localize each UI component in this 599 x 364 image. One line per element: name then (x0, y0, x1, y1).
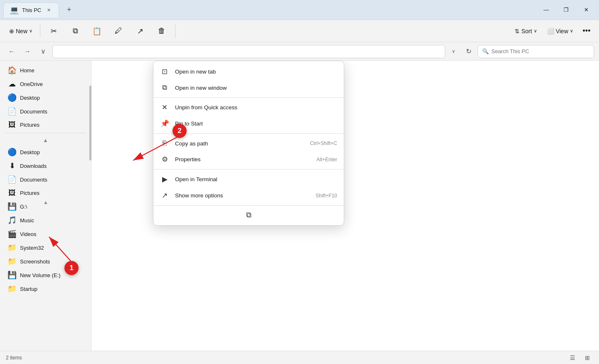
sidebar-label-music: Music (20, 217, 34, 224)
refresh-button[interactable]: ↻ (462, 45, 475, 58)
content-area: ⊡ Open in new tab ⧉ Open in new window ✕… (91, 61, 599, 351)
sidebar-label-documents-top: Documents (20, 108, 47, 115)
sidebar-icon-new-volume: 💾 (7, 271, 17, 280)
new-label: New (16, 28, 27, 34)
sidebar-item-pictures[interactable]: 🖼 Pictures (2, 187, 89, 199)
sidebar-item-home[interactable]: 🏠 Home (2, 64, 89, 77)
ctx-bottom-area: ⧉ (153, 207, 344, 223)
ctx-sep-4 (153, 133, 344, 134)
grid-view-button[interactable]: ⊞ (582, 353, 593, 362)
copy-button[interactable]: ⧉ (65, 22, 85, 41)
statusbar: 2 items ☰ ⊞ (0, 351, 599, 364)
maximize-button[interactable]: ❐ (557, 3, 576, 17)
ctx-item-open-new-tab[interactable]: ⊡ Open in new tab (153, 64, 344, 80)
ctx-label-copy-path: Copy as path (175, 140, 304, 147)
delete-button[interactable]: 🗑 (152, 22, 172, 41)
ctx-item-properties[interactable]: ⚙ Properties Alt+Enter (153, 151, 344, 167)
view-button[interactable]: ⬜ View ∨ (543, 24, 577, 39)
toolbar-separator-1 (40, 25, 40, 38)
window-controls: — ❐ ✕ (537, 3, 596, 17)
ctx-copy-icon[interactable]: ⧉ (246, 211, 251, 219)
forward-button[interactable]: → (21, 45, 34, 58)
sidebar: 🏠 Home☁ OneDrive🔵 Desktop📄 Documents🖼 Pi… (0, 61, 91, 351)
breadcrumb-dropdown-button[interactable]: ∨ (448, 45, 459, 58)
sidebar-item-pictures-top[interactable]: 🖼 Pictures (2, 118, 89, 131)
ctx-item-open-new-window[interactable]: ⧉ Open in new window (153, 80, 344, 96)
ctx-item-copy-path[interactable]: ⎘ Copy as path Ctrl+Shift+C (153, 135, 344, 151)
sidebar-scroll-up[interactable]: ▲ (0, 135, 91, 145)
close-button[interactable]: ✕ (577, 3, 596, 17)
context-menu: ⊡ Open in new tab ⧉ Open in new window ✕… (153, 61, 344, 226)
sidebar-icon-music: 🎵 (7, 216, 17, 225)
sidebar-scroll-up-button[interactable]: ▲ (0, 199, 91, 205)
sidebar-scrollbar[interactable] (89, 86, 91, 160)
sidebar-item-videos[interactable]: 🎬 Videos (2, 227, 89, 241)
tab-this-pc[interactable]: 💻 This PC ✕ (3, 2, 59, 17)
sort-label: Sort (521, 28, 532, 34)
main-area: 🏠 Home☁ OneDrive🔵 Desktop📄 Documents🖼 Pi… (0, 61, 599, 351)
sidebar-item-downloads[interactable]: ⬇ Downloads (2, 159, 89, 172)
ctx-item-show-more[interactable]: ↗ Show more options Shift+F10 (153, 187, 344, 204)
sidebar-item-screenshots[interactable]: 📁 Screenshots (2, 255, 89, 268)
rename-button[interactable]: 🖊 (108, 22, 128, 41)
titlebar-left: 💻 This PC ✕ + (3, 2, 537, 17)
back-button[interactable]: ← (5, 45, 18, 58)
view-toggles: ☰ ⊞ (567, 353, 593, 362)
sidebar-wrapper: 🏠 Home☁ OneDrive🔵 Desktop📄 Documents🖼 Pi… (0, 61, 91, 351)
sidebar-item-system32[interactable]: 📁 System32 (2, 241, 89, 254)
sidebar-icon-downloads: ⬇ (7, 161, 17, 170)
sidebar-icon-onedrive: ☁ (7, 79, 17, 89)
share-icon: ↗ (137, 27, 143, 36)
sidebar-label-new-volume: New Volume (E:) (20, 272, 61, 278)
sidebar-label-pictures-top: Pictures (20, 122, 39, 128)
ctx-item-open-terminal[interactable]: ▶ Open in Terminal (153, 171, 344, 187)
ctx-icon-open-new-tab: ⊡ (160, 67, 169, 76)
new-tab-button[interactable]: + (62, 3, 76, 17)
sidebar-item-desktop-top[interactable]: 🔵 Desktop (2, 91, 89, 104)
paste-button[interactable]: 📋 (87, 22, 107, 41)
ctx-label-show-more: Show more options (175, 192, 310, 199)
ctx-icon-properties: ⚙ (160, 155, 169, 164)
sidebar-icon-pictures-top: 🖼 (7, 121, 17, 129)
sidebar-label-downloads: Downloads (20, 163, 47, 169)
ctx-label-properties: Properties (175, 156, 311, 162)
sidebar-label-home: Home (20, 67, 35, 74)
sidebar-item-startup[interactable]: 📁 Startup (2, 282, 89, 295)
toolbar-right: ⇅ Sort ∨ ⬜ View ∨ ••• (510, 24, 594, 39)
tab-close-button[interactable]: ✕ (44, 6, 53, 14)
ctx-label-pin-start: Pin to Start (175, 121, 337, 127)
sort-button[interactable]: ⇅ Sort ∨ (510, 24, 541, 39)
copy-icon: ⧉ (73, 27, 78, 35)
sidebar-item-music[interactable]: 🎵 Music (2, 214, 89, 227)
nav-dropdown-button[interactable]: ∨ (37, 45, 50, 58)
ctx-item-unpin[interactable]: ✕ Unpin from Quick access (153, 99, 344, 116)
new-button[interactable]: ⊕ New ∨ (5, 22, 37, 41)
search-input[interactable] (491, 48, 589, 54)
item-count: 2 items (6, 355, 22, 361)
minimize-button[interactable]: — (537, 3, 556, 17)
list-view-button[interactable]: ☰ (567, 353, 578, 362)
sidebar-icon-videos: 🎬 (7, 229, 17, 239)
sidebar-label-system32: System32 (20, 245, 44, 251)
ctx-icon-unpin: ✕ (160, 103, 169, 112)
sidebar-item-desktop[interactable]: 🔵 Desktop (2, 145, 89, 159)
ctx-item-pin-start[interactable]: 📌 Pin to Start (153, 116, 344, 132)
paste-icon: 📋 (92, 27, 101, 36)
cut-button[interactable]: ✂ (44, 22, 64, 41)
sidebar-item-onedrive[interactable]: ☁ OneDrive (2, 77, 89, 91)
sidebar-item-new-volume[interactable]: 💾 New Volume (E:) (2, 268, 89, 282)
breadcrumb[interactable] (52, 45, 445, 58)
ctx-shortcut-show-more: Shift+F10 (316, 193, 337, 199)
tab-title: This PC (22, 7, 41, 13)
search-bar[interactable]: 🔍 (478, 45, 594, 58)
share-button[interactable]: ↗ (130, 22, 150, 41)
sidebar-item-documents[interactable]: 📄 Documents (2, 173, 89, 186)
sidebar-label-videos: Videos (20, 231, 37, 237)
sidebar-label-desktop-top: Desktop (20, 95, 40, 101)
sidebar-item-documents-top[interactable]: 📄 Documents (2, 105, 89, 118)
sidebar-icon-documents: 📄 (7, 175, 17, 184)
sidebar-icon-documents-top: 📄 (7, 107, 17, 116)
sidebar-icon-system32: 📁 (7, 243, 17, 252)
more-options-button[interactable]: ••• (579, 24, 594, 39)
sidebar-label-desktop: Desktop (20, 149, 40, 155)
